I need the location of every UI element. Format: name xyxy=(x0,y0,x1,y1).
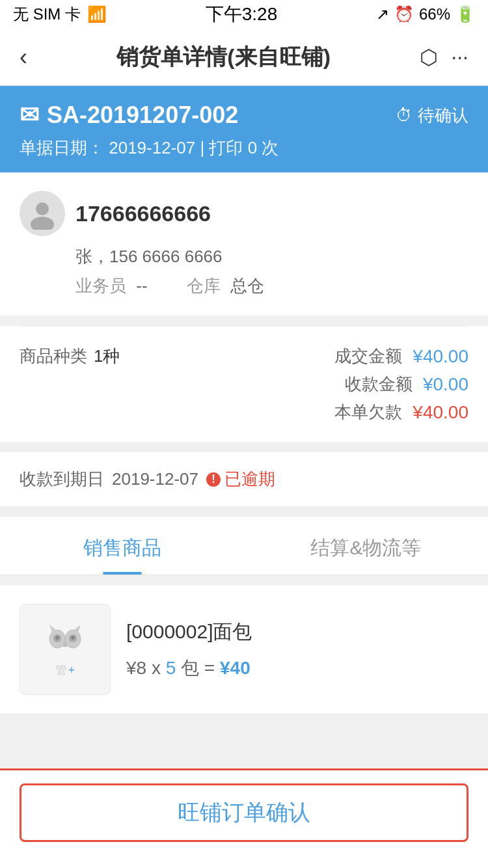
status-right: ↗ ⏰ 66% 🔋 xyxy=(376,5,475,23)
status-bar: 无 SIM 卡 📶 下午3:28 ↗ ⏰ 66% 🔋 xyxy=(0,0,488,29)
overdue-label: 已逾期 xyxy=(224,468,275,491)
due-section: 收款到期日 2019-12-07 ! 已逾期 xyxy=(0,452,488,506)
product-image: 管+ xyxy=(20,604,111,695)
avatar-icon xyxy=(26,197,59,230)
more-icon[interactable]: ··· xyxy=(451,45,468,69)
due-date-label: 收款到期日 xyxy=(20,468,104,491)
product-logo-icon xyxy=(39,621,91,660)
battery-text: 66% xyxy=(419,5,450,23)
summary-right: 成交金额 ¥40.00 收款金额 ¥0.00 本单欠款 ¥40.00 xyxy=(334,345,468,424)
order-envelope-icon: ✉ xyxy=(20,102,39,129)
summary-section: 商品种类 1种 成交金额 ¥40.00 收款金额 ¥0.00 本单欠款 ¥40.… xyxy=(0,326,488,442)
tabs-section: 销售商品 结算&物流等 xyxy=(0,517,488,575)
order-id: ✉ SA-20191207-002 xyxy=(20,102,238,129)
svg-point-7 xyxy=(71,636,75,640)
status-time: 下午3:28 xyxy=(206,2,278,27)
location-icon: ↗ xyxy=(376,5,389,23)
tab-settlement[interactable]: 结算&物流等 xyxy=(244,517,488,575)
products-section: 管+ [0000002]面包 ¥8 x 5 包 = ¥40 xyxy=(0,586,488,713)
wifi-icon: 📶 xyxy=(87,5,107,23)
avatar xyxy=(20,191,65,236)
confirm-button[interactable]: 旺铺订单确认 xyxy=(20,783,468,842)
nav-bar: ‹ 销货单详情(来自旺铺) ⬡ ··· xyxy=(0,29,488,86)
order-status: ⏱ 待确认 xyxy=(396,104,468,127)
customer-row: 17666666666 xyxy=(20,191,468,236)
customer-section: 17666666666 张，156 6666 6666 业务员 -- 仓库 总仓 xyxy=(0,172,488,316)
customer-name: 张，156 6666 6666 xyxy=(75,245,468,268)
carrier-text: 无 SIM 卡 xyxy=(13,4,81,25)
product-item: 管+ [0000002]面包 ¥8 x 5 包 = ¥40 xyxy=(20,604,468,695)
order-header: ✉ SA-20191207-002 ⏱ 待确认 单据日期： 2019-12-07… xyxy=(0,86,488,172)
nav-actions: ⬡ ··· xyxy=(420,45,468,70)
summary-left: 商品种类 1种 xyxy=(20,345,120,368)
back-button[interactable]: ‹ xyxy=(20,44,27,71)
product-name: [0000002]面包 xyxy=(126,619,468,645)
received-amount-row: 收款金额 ¥0.00 xyxy=(345,373,468,396)
status-left: 无 SIM 卡 📶 xyxy=(13,4,107,25)
alarm-icon: ⏰ xyxy=(394,5,414,23)
page-title: 销货单详情(来自旺铺) xyxy=(116,42,331,72)
customer-phone: 17666666666 xyxy=(75,201,211,226)
summary-content: 商品种类 1种 成交金额 ¥40.00 收款金额 ¥0.00 本单欠款 ¥40.… xyxy=(0,327,488,442)
sales-label: 业务员 -- xyxy=(75,275,148,297)
order-date: 单据日期： 2019-12-07 | 打印 0 次 xyxy=(20,137,468,159)
product-info: [0000002]面包 ¥8 x 5 包 = ¥40 xyxy=(126,619,468,681)
overdue-icon: ! xyxy=(206,472,221,487)
svg-point-1 xyxy=(31,217,54,230)
tabs-row: 销售商品 结算&物流等 xyxy=(0,517,488,575)
battery-icon: 🔋 xyxy=(455,5,475,23)
brand-label: 管+ xyxy=(55,662,75,678)
deal-amount-row: 成交金额 ¥40.00 xyxy=(334,345,468,368)
tab-products[interactable]: 销售商品 xyxy=(0,517,244,575)
overdue-badge: ! 已逾期 xyxy=(206,468,275,491)
order-id-row: ✉ SA-20191207-002 ⏱ 待确认 xyxy=(20,102,468,129)
owed-amount-row: 本单欠款 ¥40.00 xyxy=(334,401,468,424)
customer-meta: 业务员 -- 仓库 总仓 xyxy=(75,275,468,297)
confirm-btn-wrapper: 旺铺订单确认 xyxy=(0,768,488,868)
share-icon[interactable]: ⬡ xyxy=(420,45,438,70)
svg-point-0 xyxy=(36,202,49,215)
product-img-inner: 管+ xyxy=(39,621,91,678)
product-price-row: ¥8 x 5 包 = ¥40 xyxy=(126,656,468,681)
product-type-row: 商品种类 1种 xyxy=(20,345,120,368)
svg-point-6 xyxy=(55,636,59,640)
due-date-value: 2019-12-07 xyxy=(112,469,198,489)
warehouse-label: 仓库 总仓 xyxy=(187,275,264,297)
clock-icon: ⏱ xyxy=(396,105,413,126)
